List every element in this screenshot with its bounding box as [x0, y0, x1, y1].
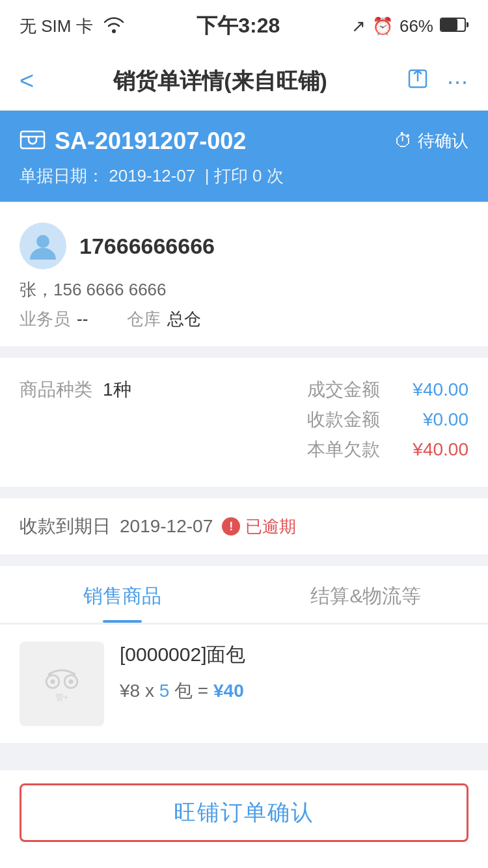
product-price: ¥8 x 5 包 = ¥40	[120, 679, 468, 703]
page-title: 销货单详情(来自旺铺)	[113, 66, 327, 96]
overdue-text: 已逾期	[245, 515, 296, 538]
summary-card: 商品种类 1种 成交金额 ¥40.00 收款金额 ¥0.00 本单欠款 ¥40.…	[0, 358, 488, 487]
due-date-label: 收款到期日	[20, 514, 111, 539]
due-date-value: 2019-12-07	[120, 516, 213, 537]
received-value: ¥0.00	[390, 409, 468, 430]
svg-rect-3	[21, 131, 44, 148]
svg-text:管+: 管+	[55, 693, 68, 702]
product-qty: 5	[159, 681, 170, 701]
nav-bar: < 销货单详情(来自旺铺) ···	[0, 52, 488, 111]
order-inbox-icon	[20, 126, 46, 156]
product-name: [0000002]面包	[120, 642, 468, 668]
svg-point-8	[69, 679, 74, 684]
due-date-card: 收款到期日 2019-12-07 ! 已逾期	[0, 498, 488, 554]
product-total: ¥40	[213, 681, 244, 701]
product-thumbnail: 管+	[20, 642, 104, 726]
debt-label: 本单欠款	[307, 437, 380, 462]
product-type-value: 1种	[103, 377, 131, 402]
carrier-text: 无 SIM 卡	[20, 15, 93, 38]
customer-meta: 业务员 -- 仓库 总仓	[20, 308, 468, 331]
status-bar: 无 SIM 卡 下午3:28 ↗ ⏰ 66%	[0, 0, 488, 52]
product-type-label: 商品种类	[20, 377, 92, 402]
order-status: ⏱ 待确认	[394, 129, 468, 152]
svg-rect-1	[441, 19, 457, 31]
order-id-text: SA-20191207-002	[55, 128, 246, 155]
share-button[interactable]	[407, 68, 429, 95]
customer-name-phone: 张，156 6666 6666	[20, 278, 468, 301]
product-info: [0000002]面包 ¥8 x 5 包 = ¥40	[120, 642, 468, 703]
order-header: SA-20191207-002 ⏱ 待确认 单据日期： 2019-12-07 |…	[0, 111, 488, 202]
status-time: 下午3:28	[197, 12, 280, 40]
order-date: 单据日期： 2019-12-07 | 打印 0 次	[20, 165, 468, 187]
bottom-bar: 旺铺订单确认	[0, 770, 488, 868]
back-button[interactable]: <	[20, 67, 34, 95]
tab-sales-products[interactable]: 销售商品	[0, 566, 244, 623]
clock-icon: ⏱	[394, 130, 413, 152]
battery-text: 66%	[400, 16, 433, 36]
received-label: 收款金额	[307, 407, 380, 432]
debt-value: ¥40.00	[390, 439, 468, 460]
confirm-order-button[interactable]: 旺铺订单确认	[20, 783, 468, 842]
status-left: 无 SIM 卡	[20, 15, 126, 38]
amount-label: 成交金额	[307, 377, 380, 402]
svg-point-4	[36, 235, 49, 248]
wifi-icon	[102, 15, 126, 38]
status-right: ↗ ⏰ 66%	[351, 16, 468, 36]
battery-icon	[440, 16, 468, 36]
warehouse-value: 总仓	[167, 308, 201, 331]
tabs-bar: 销售商品 结算&物流等	[0, 566, 488, 623]
sales-label: 业务员	[20, 308, 70, 331]
location-icon: ↗	[351, 16, 366, 36]
amount-value: ¥40.00	[390, 379, 468, 400]
svg-point-6	[51, 679, 55, 684]
status-text: 待确认	[418, 129, 468, 152]
order-id-row: SA-20191207-002	[20, 126, 246, 156]
tab-settlement-logistics[interactable]: 结算&物流等	[244, 566, 488, 623]
overdue-icon: !	[222, 517, 240, 536]
customer-card: 17666666666 张，156 6666 6666 业务员 -- 仓库 总仓	[0, 203, 488, 346]
avatar	[20, 223, 66, 269]
alarm-icon: ⏰	[372, 16, 393, 36]
customer-phone: 17666666666	[79, 234, 215, 259]
warehouse-label: 仓库	[127, 308, 161, 331]
more-button[interactable]: ···	[447, 68, 468, 95]
sales-value: --	[77, 309, 88, 329]
product-card: 管+ [0000002]面包 ¥8 x 5 包 = ¥40	[0, 625, 488, 743]
overdue-badge: ! 已逾期	[222, 515, 296, 538]
nav-actions: ···	[407, 68, 468, 95]
